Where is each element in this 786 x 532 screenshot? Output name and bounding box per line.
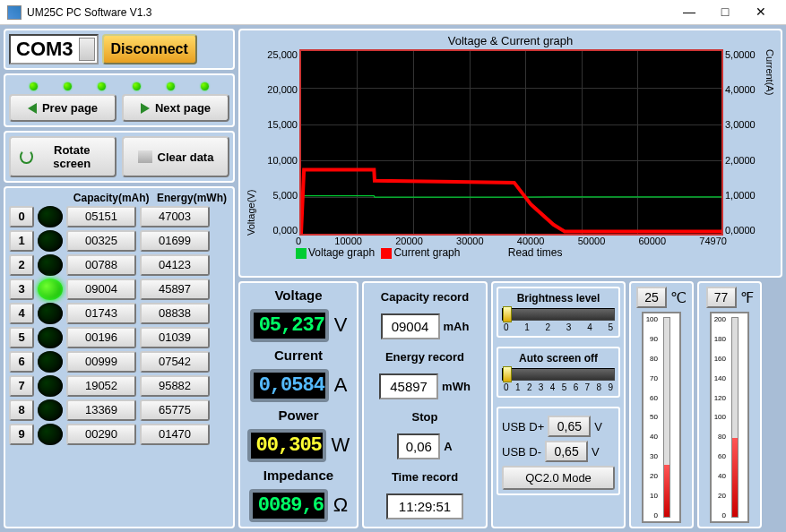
row-select-button[interactable]: 9 [9, 424, 34, 445]
row-select-button[interactable]: 8 [9, 399, 34, 421]
disconnect-button[interactable]: Disconnect [102, 34, 197, 64]
stop-value[interactable]: 0,06 [397, 433, 440, 459]
titlebar: UM25C PC Software V1.3 — □ ✕ [0, 0, 786, 25]
data-panel: Capacity(mAh) Energy(mWh) 0 05151 470031… [4, 186, 235, 528]
legend-voltage-icon [296, 248, 307, 259]
data-row: 1 00325 01699 [9, 230, 229, 252]
capacity-record-value: 09004 [381, 313, 440, 339]
tools-panel: Rotate screen Clear data [4, 131, 235, 183]
usb-dp-value: 0,65 [548, 416, 591, 437]
xlabel: Read times [508, 246, 563, 259]
row-energy[interactable]: 01699 [140, 230, 210, 252]
arrow-left-icon [28, 103, 37, 114]
usb-dm-unit: V [592, 445, 600, 459]
data-row: 8 13369 65775 [9, 399, 229, 421]
power-label: Power [278, 408, 318, 423]
chevron-down-icon[interactable] [79, 38, 95, 61]
row-select-button[interactable]: 6 [9, 351, 34, 373]
chart-panel: Voltage & Current graph Voltage(V) 25,00… [238, 29, 782, 278]
data-row: 3 09004 45897 [9, 279, 229, 300]
brightness-slider[interactable] [502, 308, 615, 321]
data-row: 9 00290 01470 [9, 424, 229, 445]
row-energy[interactable]: 95882 [140, 375, 210, 397]
row-energy[interactable]: 45897 [140, 279, 210, 300]
sweep-icon [138, 150, 152, 163]
voltage-value: 05,237 [250, 309, 329, 342]
row-led [38, 327, 63, 348]
power-value: 00,305 [247, 429, 326, 462]
com-port-select[interactable]: COM3 [9, 34, 99, 64]
maximize-button[interactable]: □ [707, 4, 743, 21]
row-select-button[interactable]: 0 [9, 206, 34, 227]
usb-dp-unit: V [594, 420, 602, 433]
auto-off-knob[interactable] [503, 366, 512, 382]
y-ticks-right: 5,00004,00003,00002,00001,00000,0000 [723, 49, 763, 236]
row-led [38, 375, 63, 397]
data-row: 7 19052 95882 [9, 375, 229, 397]
row-energy[interactable]: 04123 [140, 254, 210, 276]
row-capacity[interactable]: 13369 [66, 399, 136, 421]
auto-off-group: Auto screen off 0123456789 [497, 347, 620, 398]
usb-group: USB D+0,65V USB D-0,65V QC2.0 Mode [497, 407, 620, 495]
usb-dm-label: USB D- [502, 445, 541, 459]
row-capacity[interactable]: 05151 [66, 206, 136, 227]
thermometer-f: 200180160140120100806040200 [710, 312, 749, 523]
row-energy[interactable]: 07542 [140, 351, 210, 373]
qc-mode-button[interactable]: QC2.0 Mode [502, 466, 615, 490]
status-led [30, 82, 38, 90]
ylabel-right: Current(A) [763, 49, 777, 236]
row-select-button[interactable]: 2 [9, 254, 34, 276]
prev-page-button[interactable]: Prev page [9, 94, 117, 122]
status-led [133, 82, 141, 90]
row-capacity[interactable]: 00196 [66, 327, 136, 348]
row-energy[interactable]: 01470 [140, 424, 210, 445]
row-energy[interactable]: 08838 [140, 303, 210, 324]
impedance-value: 0089,6 [249, 489, 328, 522]
rotate-screen-button[interactable]: Rotate screen [9, 136, 117, 177]
impedance-label: Impedance [263, 468, 333, 483]
temp-f-unit: ℉ [740, 289, 754, 306]
auto-off-slider[interactable] [502, 368, 615, 381]
control-panel: Brightness level 012345 Auto screen off … [491, 281, 626, 528]
minimize-button[interactable]: — [671, 4, 707, 21]
time-record-value: 11:29:51 [386, 493, 463, 519]
app-icon [7, 5, 22, 20]
status-led [167, 82, 175, 90]
row-energy[interactable]: 65775 [140, 399, 210, 421]
energy-record-label: Energy record [385, 350, 464, 364]
next-page-button[interactable]: Next page [122, 94, 229, 122]
close-button[interactable]: ✕ [743, 4, 779, 21]
brightness-knob[interactable] [503, 306, 512, 322]
row-select-button[interactable]: 3 [9, 279, 34, 300]
stop-unit: A [444, 440, 452, 453]
energy-record-value: 45897 [379, 373, 438, 399]
row-select-button[interactable]: 5 [9, 327, 34, 348]
voltage-label: Voltage [274, 287, 322, 303]
status-leds [9, 79, 229, 94]
current-label: Current [274, 348, 323, 363]
legend-current: Current graph [393, 246, 460, 259]
row-capacity[interactable]: 19052 [66, 375, 136, 397]
row-capacity[interactable]: 00788 [66, 254, 136, 276]
row-select-button[interactable]: 1 [9, 230, 34, 252]
data-row: 5 00196 01039 [9, 327, 229, 348]
row-capacity[interactable]: 00999 [66, 351, 136, 373]
row-capacity[interactable]: 01743 [66, 303, 136, 324]
impedance-unit: Ω [333, 493, 348, 517]
data-row: 6 00999 07542 [9, 351, 229, 373]
power-unit: W [332, 433, 350, 457]
row-select-button[interactable]: 7 [9, 375, 34, 397]
row-energy[interactable]: 01039 [140, 327, 210, 348]
status-led [98, 82, 106, 90]
row-energy[interactable]: 47003 [140, 206, 210, 227]
clear-data-button[interactable]: Clear data [122, 136, 229, 177]
auto-off-label: Auto screen off [502, 352, 615, 365]
temp-f-value: 77 [706, 287, 737, 308]
voltage-unit: V [334, 313, 348, 337]
clear-label: Clear data [158, 150, 214, 164]
row-capacity[interactable]: 00290 [66, 424, 136, 445]
row-select-button[interactable]: 4 [9, 303, 34, 324]
row-led [38, 399, 63, 421]
row-capacity[interactable]: 09004 [66, 279, 136, 300]
row-capacity[interactable]: 00325 [66, 230, 136, 252]
